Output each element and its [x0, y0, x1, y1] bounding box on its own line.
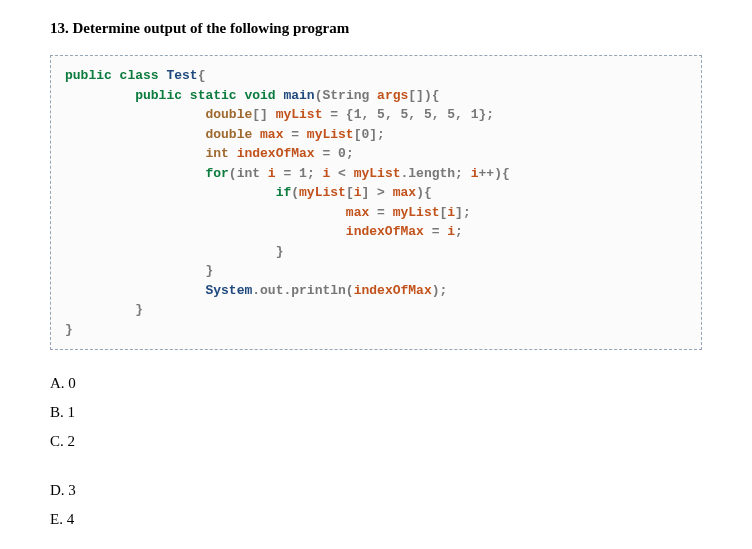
code-text: (int: [229, 166, 268, 181]
code-kw: if: [276, 185, 292, 200]
code-var: max: [260, 127, 283, 142]
code-var: i: [268, 166, 276, 181]
code-text: ){: [416, 185, 432, 200]
code-var: i: [447, 224, 455, 239]
code-class: Test: [166, 68, 197, 83]
code-text: [: [346, 185, 354, 200]
code-var: myList: [354, 166, 401, 181]
code-text: ];: [455, 205, 471, 220]
code-var: i: [354, 185, 362, 200]
code-text: =: [424, 224, 447, 239]
code-text: }: [205, 263, 213, 278]
code-var: myList: [307, 127, 354, 142]
code-text: = {1, 5, 5, 5, 5, 1};: [322, 107, 494, 122]
code-text: =: [283, 127, 306, 142]
answers-list: A. 0 B. 1 C. 2 D. 3 E. 4: [50, 375, 702, 528]
code-text: }: [65, 322, 73, 337]
code-text: ;: [455, 224, 463, 239]
answer-option-d[interactable]: D. 3: [50, 482, 702, 499]
code-text: .out.println(: [252, 283, 353, 298]
code-block: public class Test{ public static void ma…: [50, 55, 702, 350]
question-title: 13. Determine output of the following pr…: [50, 20, 702, 37]
code-var: i: [447, 205, 455, 220]
question-number: 13.: [50, 20, 69, 36]
code-var: max: [393, 185, 416, 200]
code-var: args: [377, 88, 408, 103]
code-var: i: [471, 166, 479, 181]
code-text: }: [276, 244, 284, 259]
code-var: myList: [393, 205, 440, 220]
code-text: ] >: [362, 185, 393, 200]
code-var: indexOfMax: [354, 283, 432, 298]
code-text: (: [291, 185, 299, 200]
code-class: System: [205, 283, 252, 298]
code-var: myList: [299, 185, 346, 200]
answer-option-c[interactable]: C. 2: [50, 433, 702, 450]
code-text: ++){: [479, 166, 510, 181]
code-text: = 1;: [276, 166, 323, 181]
code-var: max: [346, 205, 369, 220]
code-type: double: [205, 127, 260, 142]
code-text: }: [135, 302, 143, 317]
code-text: = 0;: [315, 146, 354, 161]
code-type: double: [205, 107, 252, 122]
code-kw: public static void: [135, 88, 283, 103]
code-text: {: [198, 68, 206, 83]
code-kw: for: [205, 166, 228, 181]
code-var: indexOfMax: [237, 146, 315, 161]
answer-option-a[interactable]: A. 0: [50, 375, 702, 392]
code-text: (String: [315, 88, 377, 103]
answer-option-b[interactable]: B. 1: [50, 404, 702, 421]
code-text: []){: [408, 88, 439, 103]
code-text: []: [252, 107, 275, 122]
answer-option-e[interactable]: E. 4: [50, 511, 702, 528]
code-text: [0];: [354, 127, 385, 142]
code-kw: public class: [65, 68, 166, 83]
code-var: indexOfMax: [346, 224, 424, 239]
code-method: main: [283, 88, 314, 103]
code-text: =: [369, 205, 392, 220]
code-type: int: [205, 146, 236, 161]
code-text: );: [432, 283, 448, 298]
question-text: Determine output of the following progra…: [73, 20, 350, 36]
code-text: .length;: [401, 166, 471, 181]
code-text: <: [330, 166, 353, 181]
code-var: myList: [276, 107, 323, 122]
